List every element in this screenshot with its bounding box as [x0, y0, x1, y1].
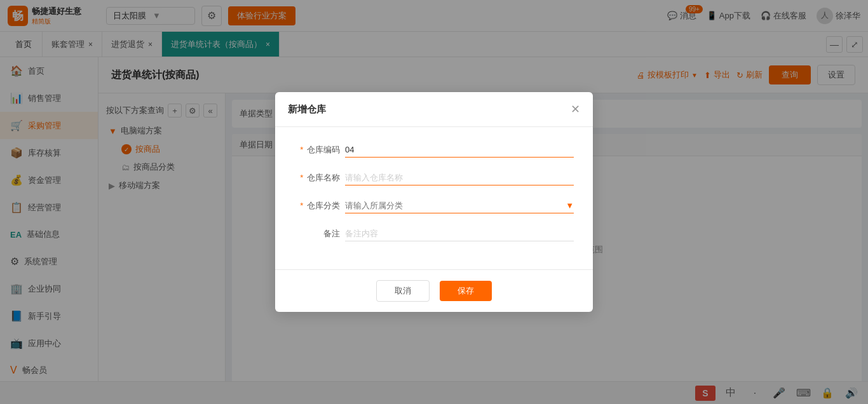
form-row-category: * 仓库分类 ▼	[294, 198, 574, 213]
save-button[interactable]: 保存	[440, 281, 492, 301]
category-label: * 仓库分类	[294, 200, 345, 212]
modal-add-warehouse: 新增仓库 ✕ * 仓库编码 * 仓库名称	[275, 92, 593, 312]
modal-close-button[interactable]: ✕	[571, 102, 580, 116]
modal-title: 新增仓库	[288, 104, 326, 116]
category-input[interactable]	[345, 201, 566, 210]
remark-input[interactable]	[345, 226, 574, 241]
form-row-remark: 备注	[294, 226, 574, 241]
form-row-name: * 仓库名称	[294, 170, 574, 185]
name-input[interactable]	[345, 170, 574, 185]
remark-label: 备注	[294, 228, 345, 239]
cancel-button[interactable]: 取消	[376, 280, 430, 302]
name-label: * 仓库名称	[294, 172, 345, 184]
modal-header: 新增仓库 ✕	[275, 92, 593, 127]
category-arrow-icon: ▼	[566, 201, 574, 210]
category-select[interactable]: ▼	[345, 198, 574, 213]
modal-overlay[interactable]: 新增仓库 ✕ * 仓库编码 * 仓库名称	[0, 0, 868, 404]
code-label: * 仓库编码	[294, 144, 345, 156]
modal-footer: 取消 保存	[275, 269, 593, 312]
code-input[interactable]	[345, 142, 574, 158]
form-row-code: * 仓库编码	[294, 142, 574, 158]
modal-body: * 仓库编码 * 仓库名称 * 仓库分类	[275, 127, 593, 269]
